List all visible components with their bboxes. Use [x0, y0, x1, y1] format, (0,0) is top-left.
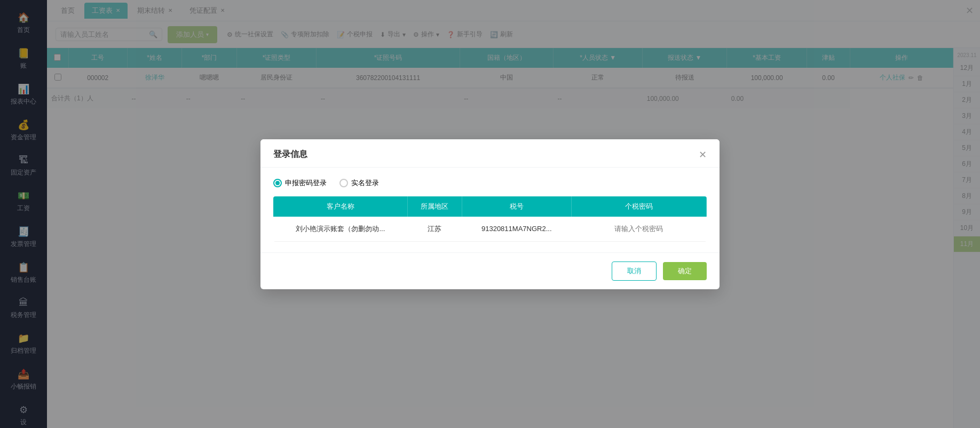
- col-tax-password: 个税密码: [571, 196, 706, 217]
- col-client-name: 客户名称: [273, 196, 408, 217]
- confirm-button[interactable]: 确定: [663, 262, 707, 280]
- tax-no-cell: 91320811MA7NGR2...: [462, 217, 571, 242]
- password-input-cell[interactable]: [571, 217, 706, 242]
- login-dialog: 登录信息 ✕ 申报密码登录 实名登录 客户名称 所属地区: [260, 139, 720, 289]
- dialog-title: 登录信息: [273, 149, 307, 160]
- tax-password-input[interactable]: [578, 225, 700, 233]
- col-tax-no: 税号: [462, 196, 571, 217]
- dialog-overlay: 登录信息 ✕ 申报密码登录 实名登录 客户名称 所属地区: [0, 0, 980, 428]
- dialog-body: 申报密码登录 实名登录 客户名称 所属地区 税号 个税密码: [260, 168, 720, 252]
- client-name-cell: 刘小艳演示账套（勿删勿动...: [273, 217, 408, 242]
- client-table: 客户名称 所属地区 税号 个税密码 刘小艳演示账套（勿删勿动... 江苏 913…: [273, 196, 707, 242]
- login-type-radio-group: 申报密码登录 实名登录: [273, 178, 707, 188]
- dialog-footer: 取消 确定: [260, 252, 720, 289]
- radio-realname-login[interactable]: 实名登录: [339, 178, 379, 188]
- client-table-row: 刘小艳演示账套（勿删勿动... 江苏 91320811MA7NGR2...: [273, 217, 707, 242]
- radio-realname-dot: [339, 179, 348, 187]
- cancel-button[interactable]: 取消: [612, 261, 657, 281]
- radio-password-login[interactable]: 申报密码登录: [273, 178, 327, 188]
- region-cell: 江苏: [408, 217, 462, 242]
- radio-password-dot: [273, 179, 282, 187]
- dialog-close-button[interactable]: ✕: [699, 149, 707, 161]
- dialog-header: 登录信息 ✕: [260, 139, 720, 168]
- col-region: 所属地区: [408, 196, 462, 217]
